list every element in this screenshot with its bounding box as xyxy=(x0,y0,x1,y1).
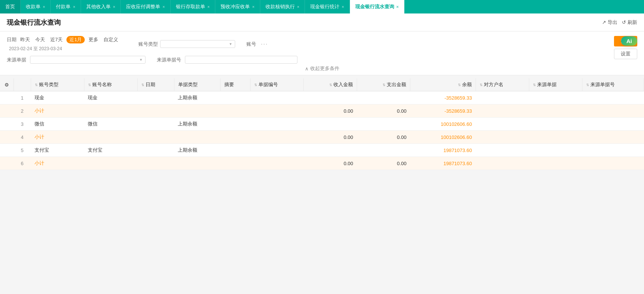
row-source-doc-no xyxy=(582,131,644,144)
row-source-doc xyxy=(529,144,582,157)
row-account-type: 小计 xyxy=(31,104,84,118)
nav-cash-flow[interactable]: 现金银行流水查询 × xyxy=(350,0,404,13)
col-income[interactable]: ⇅收入金额 xyxy=(303,78,357,91)
row-income xyxy=(303,118,357,131)
row-summary xyxy=(221,144,251,157)
table-row[interactable]: 5 支付宝 支付宝 上期余额 19871073.60 xyxy=(0,144,644,157)
date-custom[interactable]: 自定义 xyxy=(102,36,120,43)
date-more[interactable]: 更多 xyxy=(87,36,100,43)
row-gear xyxy=(0,118,14,131)
nav-payment-close[interactable]: × xyxy=(73,4,75,9)
nav-home[interactable]: 首页 xyxy=(0,0,21,13)
col-source-doc-no[interactable]: ⇅来源单据号 xyxy=(582,78,644,91)
table-row[interactable]: 3 微信 微信 上期余额 100102606.60 xyxy=(0,118,644,131)
header-actions: ↗ 导出 ↺ 刷新 xyxy=(602,19,637,26)
row-doc-type: 上期余额 xyxy=(174,91,220,104)
row-date xyxy=(137,118,174,131)
row-summary xyxy=(221,131,251,144)
source-doc-input-wrap[interactable]: ▾ xyxy=(30,56,146,64)
row-doc-type: 上期余额 xyxy=(174,118,220,131)
row-source-doc xyxy=(529,131,582,144)
date-presets: 昨天 今天 近7天 近1月 更多 自定义 xyxy=(19,36,120,43)
nav-other-income-close[interactable]: × xyxy=(113,4,115,9)
export-button[interactable]: ↗ 导出 xyxy=(602,19,617,26)
col-account-type[interactable]: ⇅账号类型 xyxy=(31,78,84,91)
row-gear xyxy=(0,144,14,157)
table-row[interactable]: 6 小计 0.00 0.00 19871073.60 xyxy=(0,157,644,170)
nav-adjustment-close[interactable]: × xyxy=(162,4,165,9)
row-account-name: 支付宝 xyxy=(84,144,137,157)
nav-adjustment[interactable]: 应收应付调整单 × xyxy=(121,0,170,13)
date-today[interactable]: 今天 xyxy=(34,36,47,43)
row-summary xyxy=(221,104,251,118)
row-balance: 100102606.60 xyxy=(410,131,476,144)
account-label: 账号 xyxy=(246,41,256,48)
row-account-name xyxy=(84,104,137,118)
source-doc-num-input[interactable] xyxy=(188,57,294,63)
col-doc-no[interactable]: ⇅单据编号 xyxy=(250,78,303,91)
col-counterpart[interactable]: ⇅对方户名 xyxy=(476,78,529,91)
table-row[interactable]: 2 小计 0.00 0.00 -3528659.33 xyxy=(0,104,644,118)
nav-other-income[interactable]: 其他收入单 × xyxy=(81,0,121,13)
row-date xyxy=(137,144,174,157)
col-date[interactable]: ⇅日期 xyxy=(137,78,174,91)
nav-bank-deposit-close[interactable]: × xyxy=(207,4,210,9)
col-balance[interactable]: ⇅余额 xyxy=(410,78,476,91)
ai-badge[interactable]: Ai xyxy=(621,36,637,46)
row-doc-type xyxy=(174,104,220,118)
nav-cash-stats[interactable]: 现金银行统计 × xyxy=(305,0,350,13)
row-summary xyxy=(221,118,251,131)
table-row[interactable]: 4 小计 0.00 0.00 100102606.60 xyxy=(0,131,644,144)
data-table: ⚙ ⇅账号类型 ⇅账号名称 ⇅日期 单据类型 摘要 ⇅单据编号 ⇅收入金额 ⇅支… xyxy=(0,78,644,170)
row-doc-no xyxy=(250,104,303,118)
col-gear[interactable]: ⚙ xyxy=(0,78,14,91)
account-type-input-wrap[interactable]: ▾ xyxy=(160,40,235,48)
nav-payment-label: 付款单 xyxy=(56,3,71,10)
date-1month[interactable]: 近1月 xyxy=(66,36,85,43)
date-yesterday[interactable]: 昨天 xyxy=(19,36,32,43)
nav-receipt-label: 收款单 xyxy=(26,3,41,10)
nav-bank-deposit-label: 银行存取款单 xyxy=(176,3,205,10)
setting-button[interactable]: 设置 xyxy=(614,49,637,59)
source-doc-input[interactable] xyxy=(33,57,138,63)
nav-receipt-close[interactable]: × xyxy=(43,4,45,9)
row-income: 0.00 xyxy=(303,104,357,118)
nav-prepayment[interactable]: 预收冲应收单 × xyxy=(215,0,260,13)
row-source-doc-no xyxy=(582,118,644,131)
collapse-button[interactable]: ∧ 收起更多条件 xyxy=(305,65,339,72)
row-source-doc xyxy=(529,118,582,131)
refresh-button[interactable]: ↺ 刷新 xyxy=(622,19,637,26)
account-dots-btn[interactable]: ··· xyxy=(261,41,268,48)
row-counterpart xyxy=(476,144,529,157)
account-type-chevron: ▾ xyxy=(230,42,232,46)
col-account-name[interactable]: ⇅账号名称 xyxy=(84,78,137,91)
nav-bank-deposit[interactable]: 银行存取款单 × xyxy=(171,0,215,13)
nav-collection-close[interactable]: × xyxy=(297,4,299,9)
row-source-doc xyxy=(529,104,582,118)
nav-cash-flow-close[interactable]: × xyxy=(396,4,399,9)
nav-cash-stats-close[interactable]: × xyxy=(342,4,344,9)
col-source-doc[interactable]: ⇅来源单据 xyxy=(529,78,582,91)
nav-receipt[interactable]: 收款单 × xyxy=(21,0,51,13)
table-row[interactable]: 1 现金 现金 上期余额 -3528659.33 xyxy=(0,91,644,104)
nav-payment[interactable]: 付款单 × xyxy=(51,0,81,13)
nav-collection[interactable]: 收款核销执行 × xyxy=(260,0,305,13)
source-doc-num-input-wrap[interactable] xyxy=(185,56,297,64)
row-source-doc-no xyxy=(582,157,644,170)
nav-prepayment-close[interactable]: × xyxy=(252,4,254,9)
account-type-input[interactable] xyxy=(164,41,228,47)
row-expense xyxy=(357,118,410,131)
source-doc-chevron: ▾ xyxy=(140,57,142,62)
date-7days[interactable]: 近7天 xyxy=(49,36,64,43)
date-label: 日期 xyxy=(7,36,17,43)
col-expense[interactable]: ⇅支出金额 xyxy=(357,78,410,91)
table-wrap: ⚙ ⇅账号类型 ⇅账号名称 ⇅日期 单据类型 摘要 ⇅单据编号 ⇅收入金额 ⇅支… xyxy=(0,78,644,170)
source-doc-label: 来源单据 xyxy=(7,57,26,63)
export-icon: ↗ xyxy=(602,19,606,25)
row-idx: 2 xyxy=(14,104,31,118)
row-income xyxy=(303,144,357,157)
nav-home-label: 首页 xyxy=(5,3,15,10)
table-body: 1 现金 现金 上期余额 -3528659.33 2 小计 0.00 0.00 … xyxy=(0,91,644,170)
row-account-type: 支付宝 xyxy=(31,144,84,157)
row-balance: 19871073.60 xyxy=(410,144,476,157)
